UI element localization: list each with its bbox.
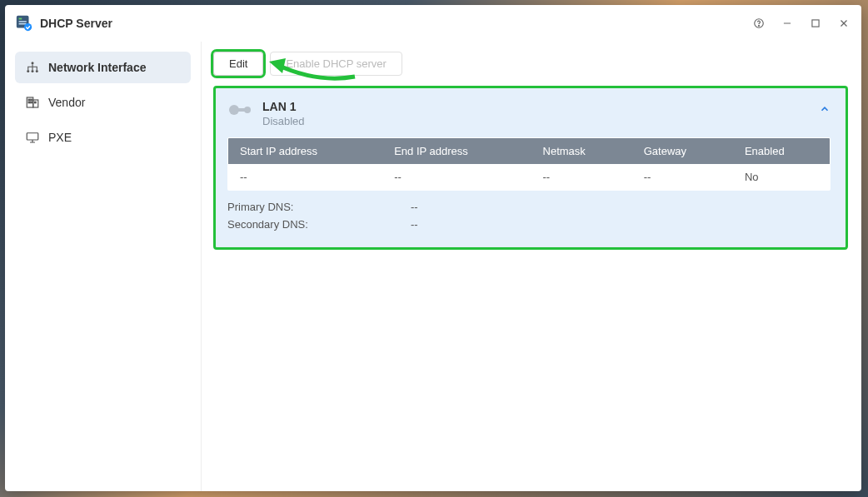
window-title: DHCP Server xyxy=(40,17,751,30)
svg-rect-2 xyxy=(19,21,27,22)
vendor-icon xyxy=(25,95,40,110)
svg-rect-21 xyxy=(35,102,37,103)
address-range-table: Start IP address End IP address Netmask … xyxy=(227,137,831,191)
toolbar: Edit Enable DHCP server xyxy=(213,52,848,76)
interface-name: LAN 1 xyxy=(262,100,819,113)
svg-rect-3 xyxy=(19,23,27,24)
minimize-icon[interactable] xyxy=(780,16,795,31)
svg-rect-19 xyxy=(28,102,30,103)
sidebar-item-pxe[interactable]: PXE xyxy=(15,122,191,153)
svg-point-14 xyxy=(36,70,38,72)
interface-panel[interactable]: LAN 1 Disabled Start IP address End IP a… xyxy=(213,86,848,250)
primary-dns-value: -- xyxy=(411,201,418,213)
secondary-dns-value: -- xyxy=(411,218,418,231)
svg-rect-20 xyxy=(31,102,32,103)
pxe-icon xyxy=(25,130,40,145)
svg-rect-1 xyxy=(19,17,22,19)
svg-rect-16 xyxy=(33,100,38,107)
table-header-row: Start IP address End IP address Netmask … xyxy=(228,138,831,165)
cell-enabled: No xyxy=(733,164,831,191)
svg-rect-22 xyxy=(27,133,38,140)
panel-header: LAN 1 Disabled xyxy=(227,100,831,127)
enable-dhcp-button: Enable DHCP server xyxy=(270,52,402,76)
svg-point-11 xyxy=(32,62,34,64)
table-row[interactable]: -- -- -- -- No xyxy=(228,164,831,191)
interface-toggle-icon xyxy=(227,102,254,118)
cell-netmask: -- xyxy=(531,164,632,191)
window-controls xyxy=(751,16,851,31)
col-end-ip: End IP address xyxy=(382,138,531,165)
col-enabled: Enabled xyxy=(733,138,831,165)
dns-info: Primary DNS: -- Secondary DNS: -- xyxy=(227,201,831,231)
cell-end-ip: -- xyxy=(382,164,531,191)
sidebar-item-label: Vendor xyxy=(48,96,85,109)
svg-point-13 xyxy=(32,70,34,72)
svg-point-6 xyxy=(759,25,760,26)
chevron-up-icon[interactable] xyxy=(819,103,831,115)
col-gateway: Gateway xyxy=(632,138,733,165)
svg-point-4 xyxy=(24,23,32,31)
edit-button[interactable]: Edit xyxy=(213,52,263,76)
secondary-dns-label: Secondary DNS: xyxy=(227,218,411,231)
cell-gateway: -- xyxy=(632,164,733,191)
sidebar: Network Interface Vendor PXE xyxy=(5,42,202,491)
maximize-icon[interactable] xyxy=(808,16,823,31)
app-window: DHCP Server Network Interface Vendor xyxy=(5,5,861,491)
sidebar-item-label: PXE xyxy=(48,131,72,144)
sidebar-item-vendor[interactable]: Vendor xyxy=(15,87,191,118)
svg-rect-18 xyxy=(31,99,32,101)
content: Network Interface Vendor PXE Edit Enable… xyxy=(5,42,861,491)
sidebar-item-network-interface[interactable]: Network Interface xyxy=(15,52,191,83)
close-icon[interactable] xyxy=(836,16,851,31)
primary-dns-label: Primary DNS: xyxy=(227,201,411,213)
col-netmask: Netmask xyxy=(531,138,632,165)
svg-rect-17 xyxy=(28,99,30,101)
svg-point-12 xyxy=(27,70,29,72)
main-area: Edit Enable DHCP server LAN 1 Disabled xyxy=(202,42,861,491)
svg-point-28 xyxy=(244,107,251,113)
app-icon xyxy=(15,14,33,32)
col-start-ip: Start IP address xyxy=(228,138,383,165)
titlebar: DHCP Server xyxy=(5,5,861,42)
svg-rect-8 xyxy=(812,19,819,26)
interface-status: Disabled xyxy=(262,115,819,127)
sidebar-item-label: Network Interface xyxy=(48,61,146,74)
help-icon[interactable] xyxy=(751,16,766,31)
cell-start-ip: -- xyxy=(228,164,383,191)
network-interface-icon xyxy=(25,60,40,75)
svg-rect-27 xyxy=(234,108,246,112)
